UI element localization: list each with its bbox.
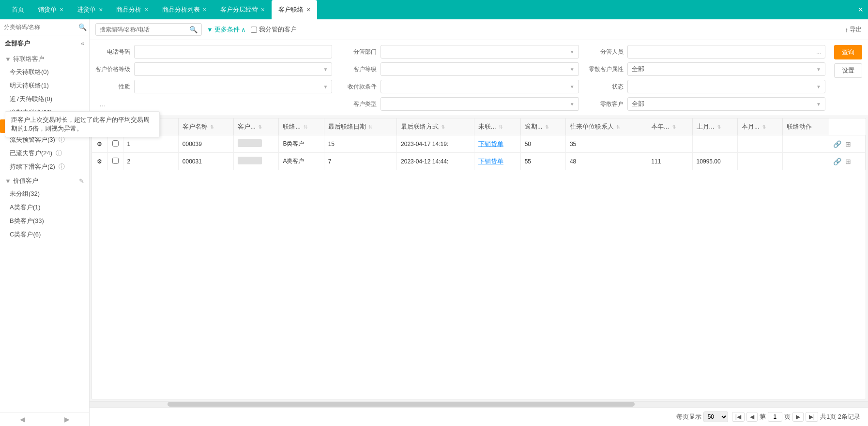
sidebar-item-c-class[interactable]: C类客户(6) <box>0 228 89 241</box>
my-customers-checkbox[interactable]: 我分管的客户 <box>251 25 297 34</box>
pending-contact-group[interactable]: ▼ 待联络客户 <box>0 52 89 65</box>
col-contact-count: 联络... ⇅ <box>279 118 324 135</box>
scrollbar-thumb[interactable] <box>168 402 635 407</box>
action-link-icon-0[interactable]: 🔗 <box>833 140 841 148</box>
col-last-month-sort[interactable]: ⇅ <box>717 124 721 130</box>
col-last-date-sort[interactable]: ⇅ <box>368 124 372 130</box>
sidebar-item-declining[interactable]: 持续下滑客户(2) ⓘ <box>0 160 89 174</box>
col-not-contacted-sort[interactable]: ⇅ <box>499 124 503 130</box>
col-overdue-sort[interactable]: ⇅ <box>545 124 549 130</box>
action-grid-icon-0[interactable]: ⊞ <box>845 140 851 148</box>
nav-product-analysis[interactable]: 商品分析 × <box>109 0 155 19</box>
sidebar-item-churned[interactable]: 已流失客户(24) ⓘ <box>0 147 89 160</box>
action-link-icon-1[interactable]: 🔗 <box>833 158 841 165</box>
row-check-0[interactable] <box>112 140 119 147</box>
nav-customer-layer[interactable]: 客户分层经营 × <box>213 0 272 19</box>
page-prev-btn[interactable]: ◀ <box>746 412 758 422</box>
col-level-sort[interactable]: ⇅ <box>258 124 262 130</box>
nature-label: 性质 <box>95 83 134 91</box>
nature-select[interactable]: ▼ <box>134 80 332 93</box>
per-page-select[interactable]: 50 100 200 <box>703 411 728 422</box>
phone-input[interactable] <box>134 45 332 59</box>
scatter-attr-select[interactable]: 全部 ▼ <box>627 62 825 76</box>
payment-arrow: ▼ <box>570 84 575 89</box>
close-product-analysis-list-tab[interactable]: × <box>203 0 207 19</box>
page-next-btn[interactable]: ▶ <box>792 412 804 422</box>
close-purchase-tab[interactable]: × <box>99 0 103 19</box>
row-last-method-1[interactable]: 下销货单 <box>474 153 520 170</box>
cust-type-select[interactable]: ▼ <box>381 97 579 111</box>
row-checkbox-1 <box>107 153 123 170</box>
tooltip-box: 距客户上次交易时长，超过了此客户的平均交易周期的1.5倍，则视为异常。 <box>5 111 89 137</box>
close-product-analysis-tab[interactable]: × <box>144 0 148 19</box>
action-grid-icon-1[interactable]: ⊞ <box>845 158 851 165</box>
main-search-input[interactable] <box>100 26 187 33</box>
value-customers-group[interactable]: ▼ 价值客户 ✎ <box>0 174 89 187</box>
sidebar-collapse-icon[interactable]: « <box>81 40 84 47</box>
dept-select[interactable]: ▼ <box>381 45 579 59</box>
close-sales-tab[interactable]: × <box>60 0 63 19</box>
col-name: 客户名称 ⇅ <box>178 118 233 135</box>
value-group-edit-icon[interactable]: ✎ <box>79 177 84 185</box>
row-gear-0[interactable]: ⚙ <box>92 135 107 153</box>
row-action-0: 🔗 ⊞ <box>829 135 865 153</box>
settings-btn[interactable]: 设置 <box>834 63 862 78</box>
horizontal-scrollbar[interactable] <box>90 401 868 407</box>
row-gear-1[interactable]: ⚙ <box>92 153 107 170</box>
my-customers-check[interactable] <box>251 27 257 33</box>
sidebar-item-7days[interactable]: 近7天待联络(0) <box>0 92 89 106</box>
more-conditions-btn[interactable]: ▼ 更多条件 ∧ <box>207 25 246 34</box>
page-nav: |◀ ◀ 第 页 ▶ ▶| 共1页 2条记录 <box>732 412 860 422</box>
close-customer-contact-tab[interactable]: × <box>306 0 310 19</box>
page-input[interactable] <box>768 412 782 422</box>
export-btn[interactable]: ↑ 导出 <box>845 25 863 34</box>
sidebar-next-arrow[interactable]: ▶ <box>64 415 70 423</box>
all-customers-header[interactable]: 全部客户 « <box>0 35 89 52</box>
cust-type-label: 客户类型 <box>342 100 381 108</box>
query-btn[interactable]: 查询 <box>834 45 862 59</box>
nav-home[interactable]: 首页 <box>5 0 31 19</box>
col-this-month-sort[interactable]: ⇅ <box>762 124 766 130</box>
page-first-btn[interactable]: |◀ <box>732 412 745 422</box>
close-customer-layer-tab[interactable]: × <box>261 0 265 19</box>
status-select[interactable]: ▼ <box>627 80 825 93</box>
row-last-method-0[interactable]: 下销货单 <box>474 135 520 153</box>
cust-level-select[interactable]: ▼ <box>381 62 579 76</box>
filter-cell-nature: 性质 ▼ <box>95 80 332 93</box>
col-contact-count-sort[interactable]: ⇅ <box>304 124 307 130</box>
page-last-btn[interactable]: ▶| <box>806 412 818 422</box>
sidebar-item-ungrouped[interactable]: 未分组(32) <box>0 187 89 201</box>
sidebar-item-b-class[interactable]: B类客户(33) <box>0 214 89 228</box>
nav-customer-contact[interactable]: 客户联络 × <box>272 0 317 19</box>
row-action-1: 🔗 ⊞ <box>829 153 865 170</box>
filter-cell-cust-type: 客户类型 ▼ <box>342 97 579 111</box>
sidebar-prev-arrow[interactable]: ◀ <box>20 415 25 423</box>
status-arrow: ▼ <box>816 84 821 89</box>
nav-product-analysis-list[interactable]: 商品分析列表 × <box>155 0 213 19</box>
col-name-sort[interactable]: ⇅ <box>210 124 214 130</box>
sidebar-item-tomorrow[interactable]: 明天待联络(1) <box>0 79 89 92</box>
col-last-method-sort[interactable]: ⇅ <box>441 124 445 130</box>
price-level-select[interactable]: ▼ <box>134 62 332 76</box>
col-contact-person: 往来单位联系人 ⇅ <box>565 118 647 135</box>
nav-sales[interactable]: 销货单 × <box>31 0 70 19</box>
sidebar-item-today[interactable]: 今天待联络(0) <box>0 65 89 79</box>
row-not-contacted-1: 55 <box>520 153 565 170</box>
window-close-btn[interactable]: × <box>858 5 863 15</box>
row-last-date-1: 2023-04-12 14:44: <box>397 153 474 170</box>
more-dots[interactable]: … <box>95 100 110 108</box>
row-check-1[interactable] <box>112 158 119 164</box>
payment-select[interactable]: ▼ <box>381 80 579 93</box>
main-search-icon[interactable]: 🔍 <box>189 26 198 33</box>
pending-group-arrow: ▼ <box>5 56 11 63</box>
person-select[interactable]: … <box>627 45 825 59</box>
sidebar-item-a-class[interactable]: A类客户(1) <box>0 201 89 214</box>
col-contact-person-sort[interactable]: ⇅ <box>616 124 620 130</box>
col-last-month: 上月... ⇅ <box>692 118 737 135</box>
filter-cell-price-level: 客户价格等级 ▼ <box>95 62 332 76</box>
sidebar-search-input[interactable] <box>4 24 76 30</box>
col-this-year-sort[interactable]: ⇅ <box>672 124 676 130</box>
sidebar-search-icon[interactable]: 🔍 <box>78 23 87 31</box>
nav-purchase[interactable]: 进货单 × <box>70 0 109 19</box>
scatter-cust-select[interactable]: 全部 ▼ <box>627 97 825 111</box>
